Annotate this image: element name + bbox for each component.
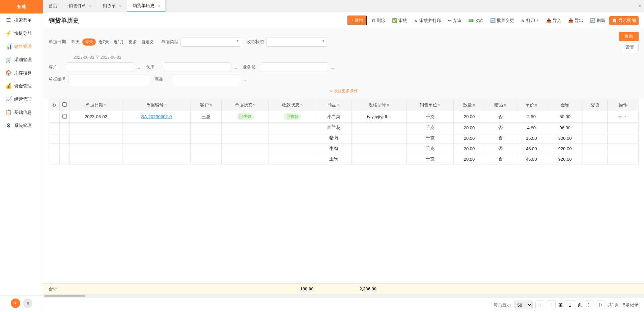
- audit-button[interactable]: ✅ 审核: [389, 16, 410, 25]
- sidebar-bottom: ☀ ⏸: [0, 295, 43, 312]
- cell-checkbox[interactable]: [60, 123, 70, 133]
- print-button[interactable]: 🖨 打印 ▼: [518, 16, 542, 25]
- sort-spec-icon: ⇅: [387, 103, 389, 107]
- show-detail-icon: 📋: [612, 18, 617, 23]
- cell-doc-no[interactable]: [122, 133, 191, 144]
- abandon-button[interactable]: ↩ 弃审: [445, 16, 464, 25]
- tab-close-sales-delivery[interactable]: ×: [119, 4, 121, 8]
- collapse-button[interactable]: ∧ 收起更多条件: [49, 87, 639, 95]
- cell-checkbox[interactable]: [60, 111, 70, 123]
- collect-button[interactable]: 💵 收款: [466, 16, 486, 25]
- tab-bar-close[interactable]: ×: [638, 3, 644, 9]
- date-tab-yesterday[interactable]: 昨天: [69, 38, 82, 46]
- setting-button[interactable]: 设置: [621, 43, 639, 52]
- basic-info-icon: 📋: [5, 109, 11, 115]
- new-button[interactable]: + 新增: [347, 16, 367, 25]
- select-all-checkbox[interactable]: [62, 102, 67, 107]
- cell-doc-date: [70, 133, 122, 144]
- pagination-next-btn[interactable]: ⟩: [585, 301, 593, 309]
- query-button[interactable]: 查询: [619, 32, 639, 41]
- sidebar-item-inventory[interactable]: 🏠 库存核算: [0, 66, 43, 79]
- cell-amount: 920.00: [547, 144, 583, 154]
- page-label2: 页: [578, 302, 582, 308]
- edit-action[interactable]: ✏: [618, 114, 622, 119]
- audit-print-button[interactable]: 🖨 审核并打印: [411, 16, 444, 25]
- main-area: 首页 销售订单 × 销货单 × 销货单历史 × × 销货单历史 + 新增 🗑 删…: [43, 0, 644, 312]
- tab-home[interactable]: 首页: [43, 0, 63, 12]
- th-spec[interactable]: 规格型号⇅: [352, 99, 407, 111]
- th-doc-status[interactable]: 单据状态⇅: [221, 99, 269, 111]
- audit-print-icon: 🖨: [414, 18, 418, 23]
- cell-doc-no[interactable]: [122, 144, 191, 154]
- per-page-select[interactable]: 50 100 200: [514, 301, 533, 309]
- tab-close-sales-order[interactable]: ×: [89, 4, 91, 8]
- cell-collect-status: [269, 123, 316, 133]
- th-doc-no[interactable]: 单据编号⇅: [122, 99, 191, 111]
- sidebar-item-sales-mgmt[interactable]: 📊 销售管理: [0, 40, 43, 53]
- sidebar-item-basic-info[interactable]: 📋 基础信息: [0, 106, 43, 119]
- th-doc-date[interactable]: 单据日期⇅: [70, 99, 122, 111]
- more-action[interactable]: ⋯: [623, 114, 628, 119]
- row-checkbox[interactable]: [62, 114, 67, 119]
- cell-unit: 千克: [406, 111, 453, 123]
- collect-status-select[interactable]: [266, 37, 327, 47]
- th-qty[interactable]: 数量⇅: [454, 99, 485, 111]
- sidebar-item-purchase-mgmt[interactable]: 🛒 采购管理: [0, 53, 43, 66]
- cell-doc-no[interactable]: SA-20230602-0: [122, 111, 191, 123]
- date-tab-7days[interactable]: 近7天: [96, 38, 111, 46]
- cell-checkbox[interactable]: [60, 133, 70, 144]
- staff-dots[interactable]: ...: [330, 64, 334, 70]
- staff-input[interactable]: [261, 62, 328, 72]
- delete-button[interactable]: 🗑 删除: [368, 16, 388, 25]
- customer-dots[interactable]: ...: [136, 64, 140, 70]
- goods-dots[interactable]: ...: [242, 77, 246, 82]
- tab-sales-delivery[interactable]: 销货单 ×: [97, 0, 127, 12]
- filter-row-1: 单据日期 昨天 今天 近7天 近1月 更多 自定义 单据类型 ▼: [49, 32, 639, 52]
- th-goods[interactable]: 商品⇅: [316, 99, 352, 111]
- cell-checkbox[interactable]: [60, 154, 70, 164]
- doc-no-link[interactable]: SA-20230602-0: [141, 114, 172, 119]
- tab-sales-history[interactable]: 销货单历史 ×: [127, 0, 166, 12]
- import-button[interactable]: 📥 导入: [543, 16, 564, 25]
- sidebar-bottom-btn2[interactable]: ⏸: [23, 298, 32, 308]
- warehouse-input[interactable]: [164, 62, 231, 72]
- sidebar-item-sys-mgmt[interactable]: ⚙ 系统管理: [0, 119, 43, 132]
- cell-checkbox[interactable]: [60, 144, 70, 154]
- tab-close-sales-history[interactable]: ×: [158, 4, 160, 8]
- pagination-first-btn[interactable]: ⟨⟨: [535, 301, 544, 309]
- th-gift[interactable]: 赠品⇅: [485, 99, 516, 111]
- tab-sales-order[interactable]: 销售订单 ×: [63, 0, 97, 12]
- pagination-prev-btn[interactable]: ⟨: [547, 301, 556, 309]
- batch-change-button[interactable]: 🔄 批量变更: [487, 16, 517, 25]
- sidebar-item-operations[interactable]: 📈 经营管理: [0, 93, 43, 106]
- date-tab-more[interactable]: 更多: [127, 38, 139, 46]
- warehouse-dots[interactable]: ...: [233, 64, 237, 70]
- sidebar-bottom-btn1[interactable]: ☀: [11, 298, 20, 308]
- sidebar-item-search-menu[interactable]: ☰ 搜索菜单: [0, 14, 43, 27]
- pagination-last-btn[interactable]: ⟩⟩: [596, 301, 605, 309]
- cell-doc-no[interactable]: [122, 154, 191, 164]
- show-detail-button[interactable]: 📋 显示明细: [609, 16, 639, 25]
- sort-collect-status-icon: ⇅: [300, 103, 303, 107]
- date-tab-custom[interactable]: 自定义: [139, 38, 156, 46]
- th-unit[interactable]: 销售单位⇅: [406, 99, 453, 111]
- scroll-thumb[interactable]: [45, 295, 85, 297]
- doc-no-input[interactable]: [68, 75, 149, 84]
- th-collect-status[interactable]: 收款状态⇅: [269, 99, 316, 111]
- customer-label: 客户: [49, 64, 65, 70]
- cell-doc-no[interactable]: [122, 123, 191, 133]
- page-input[interactable]: [564, 301, 576, 309]
- customer-input[interactable]: [67, 62, 134, 72]
- doc-type-select[interactable]: [180, 37, 241, 47]
- cell-doc-date: [70, 154, 122, 164]
- th-unit-price[interactable]: 单价⇅: [516, 99, 547, 111]
- sidebar-item-finance[interactable]: 💰 资金管理: [0, 79, 43, 93]
- date-tab-1month[interactable]: 近1月: [112, 38, 126, 46]
- export-button[interactable]: 📤 导出: [565, 16, 586, 25]
- goods-input[interactable]: [173, 75, 240, 84]
- refresh-button[interactable]: 🔃 刷新: [587, 16, 608, 25]
- date-tab-today[interactable]: 今天: [82, 38, 96, 46]
- sidebar-item-quick-nav[interactable]: ⚡ 快捷导航: [0, 27, 43, 40]
- th-settings[interactable]: ⚙: [49, 99, 60, 111]
- th-customer[interactable]: 客户⇅: [191, 99, 222, 111]
